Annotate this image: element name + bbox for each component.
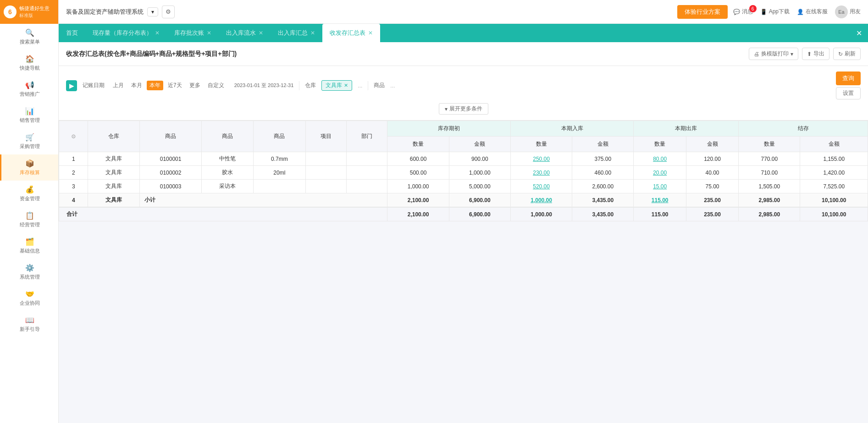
tab-close-batch[interactable]: ✕: [207, 30, 211, 36]
sidebar-item-guide[interactable]: 📖 新手引导: [0, 311, 58, 337]
col-out-qty: 数量: [634, 137, 686, 152]
tab-close-inventory-dist[interactable]: ✕: [155, 30, 160, 36]
shortcut-本年[interactable]: 本年: [147, 81, 163, 90]
row-out-qty[interactable]: 80.00: [634, 152, 686, 166]
shortcut-上月[interactable]: 上月: [110, 81, 127, 90]
warehouse-tag-close-icon[interactable]: ✕: [344, 82, 348, 88]
app-download-label: App下载: [769, 8, 790, 16]
sidebar: 6 畅捷通好生意 标准版 🔍 搜索菜单 🏠 快捷导航 📢 营销推广 📊 销售管理…: [0, 0, 59, 423]
row-bal-amt: 7,525.00: [800, 180, 868, 193]
tab-batch[interactable]: 库存批次账✕: [167, 24, 219, 42]
shortcut-本月[interactable]: 本月: [128, 81, 145, 90]
col-header-project: 项目: [306, 121, 347, 152]
col-out-amt: 金额: [686, 137, 738, 152]
message-btn[interactable]: 💬 消息 6: [733, 8, 753, 16]
sidebar-item-sales[interactable]: 📊 销售管理: [0, 102, 58, 128]
app-download-btn[interactable]: 📱 App下载: [760, 8, 790, 16]
date-shortcuts: 上月本月本年近7天更多自定义: [110, 81, 227, 90]
expand-more-label: 展开更多条件: [449, 105, 482, 113]
topbar-right: 💬 消息 6 📱 App下载 👤 在线客服 Ea 用友: [733, 5, 861, 18]
tab-close-inout-summary[interactable]: ✕: [310, 30, 315, 36]
sidebar-item-inventory[interactable]: 📦 库存核算: [0, 154, 58, 181]
system-dropdown[interactable]: ▾: [147, 7, 158, 16]
tab-inout-flow[interactable]: 出入库流水✕: [219, 24, 271, 42]
search-label: 搜索菜单: [20, 38, 40, 45]
col-header-gear[interactable]: ⚙: [59, 121, 88, 152]
filter-expand-btn[interactable]: ▶: [66, 80, 77, 91]
subtotal-seq: 4: [59, 193, 88, 208]
row-in-qty[interactable]: 230.00: [510, 166, 572, 180]
data-table: ⚙ 仓库 商品 商品 商品 项目 部门 库存期初 本期入库 本期出库 结存 数量: [59, 121, 868, 221]
tab-label-home: 首页: [66, 29, 78, 37]
row-seq: 1: [59, 152, 88, 166]
warehouse-tag-text: 文具库: [326, 82, 342, 89]
marketing-icon: 📢: [25, 81, 34, 89]
sidebar-item-operations[interactable]: 📋 经营管理: [0, 207, 58, 233]
gear-button[interactable]: ⚙: [162, 5, 175, 18]
tabbar-close-btn[interactable]: ✕: [850, 24, 868, 42]
total-in-qty: 1,000.00: [510, 207, 572, 221]
col-header-dept: 部门: [347, 121, 387, 152]
sidebar-item-basics[interactable]: 🗂️ 基础信息: [0, 233, 58, 259]
topbar-title-area: 装备及固定资产辅助管理系统 ▾ ⚙: [66, 5, 672, 18]
row-in-amt: 2,600.00: [572, 180, 634, 193]
query-btn[interactable]: 查询: [836, 71, 861, 85]
subtotal-in-qty[interactable]: 1,000.00: [510, 193, 572, 208]
shortcut-近7天[interactable]: 近7天: [165, 81, 185, 90]
row-product: 采访本: [201, 180, 253, 193]
tab-home[interactable]: 首页: [59, 24, 85, 42]
sidebar-item-marketing[interactable]: 📢 营销推广: [0, 76, 58, 102]
sales-label: 销售管理: [20, 117, 40, 124]
tab-inventory-dist[interactable]: 现存量（库存分布表）✕: [85, 24, 167, 42]
table-row: 3 文具库 0100003 采访本 1,000.00 5,000.00 520.…: [59, 180, 868, 193]
expand-more-btn[interactable]: ▾ 展开更多条件: [439, 103, 488, 115]
col-open-qty: 数量: [387, 137, 449, 152]
warehouse-more[interactable]: ...: [358, 82, 362, 89]
tab-close-collect-summary[interactable]: ✕: [368, 30, 373, 36]
message-icon: 💬: [733, 9, 740, 15]
warehouse-tag[interactable]: 文具库 ✕: [321, 80, 352, 91]
row-spec: 20ml: [253, 166, 305, 180]
main-area: 装备及固定资产辅助管理系统 ▾ ⚙ 体验行业方案 💬 消息 6 📱 App下载 …: [59, 0, 868, 423]
sidebar-item-quick-nav[interactable]: 🏠 快捷导航: [0, 50, 58, 76]
row-in-qty[interactable]: 250.00: [510, 152, 572, 166]
total-open-qty: 2,100.00: [387, 207, 449, 221]
subtotal-open-qty: 2,100.00: [387, 193, 449, 208]
finance-icon: 💰: [25, 185, 34, 194]
row-out-qty[interactable]: 20.00: [634, 166, 686, 180]
sidebar-item-finance[interactable]: 💰 资金管理: [0, 181, 58, 207]
tab-inout-summary[interactable]: 出入库汇总✕: [271, 24, 322, 42]
row-seq: 3: [59, 180, 88, 193]
row-in-qty[interactable]: 520.00: [510, 180, 572, 193]
export-icon: ⬆: [807, 51, 812, 57]
shortcut-自定义[interactable]: 自定义: [205, 81, 227, 90]
sidebar-item-purchase[interactable]: 🛒 采购管理: [0, 128, 58, 154]
basics-icon: 🗂️: [25, 237, 34, 246]
page-title-actions: 🖨 换模版打印 ▾ ⬆ 导出 ↻ 刷新: [749, 48, 861, 60]
col-in-qty: 数量: [510, 137, 572, 152]
logo-title: 畅捷通好生意: [19, 5, 50, 12]
shortcut-更多[interactable]: 更多: [187, 81, 203, 90]
basics-label: 基础信息: [20, 247, 40, 254]
sidebar-item-search[interactable]: 🔍 搜索菜单: [0, 24, 58, 50]
export-btn[interactable]: ⬆ 导出: [802, 48, 829, 60]
product-more[interactable]: ...: [390, 82, 395, 89]
row-in-amt: 375.00: [572, 152, 634, 166]
tab-collect-summary[interactable]: 收发存汇总表✕: [322, 24, 380, 42]
row-out-qty[interactable]: 15.00: [634, 180, 686, 193]
purchase-label: 采购管理: [20, 143, 40, 150]
subtotal-out-qty[interactable]: 115.00: [634, 193, 686, 208]
avatar: Ea: [835, 5, 848, 18]
sidebar-item-enterprise[interactable]: 🤝 企业协同: [0, 285, 58, 311]
experience-btn[interactable]: 体验行业方案: [677, 5, 728, 19]
online-service-btn[interactable]: 👤 在线客服: [797, 8, 828, 16]
filter-divider: [299, 81, 299, 90]
filter-settings-btn[interactable]: 设置: [836, 87, 861, 99]
sidebar-item-system[interactable]: ⚙️ 系统管理: [0, 259, 58, 285]
guide-label: 新手引导: [20, 326, 40, 333]
tab-close-inout-flow[interactable]: ✕: [259, 30, 263, 36]
row-spec: [253, 180, 305, 193]
user-btn[interactable]: Ea 用友: [835, 5, 861, 18]
template-print-btn[interactable]: 🖨 换模版打印 ▾: [749, 48, 798, 60]
refresh-btn[interactable]: ↻ 刷新: [833, 48, 861, 60]
